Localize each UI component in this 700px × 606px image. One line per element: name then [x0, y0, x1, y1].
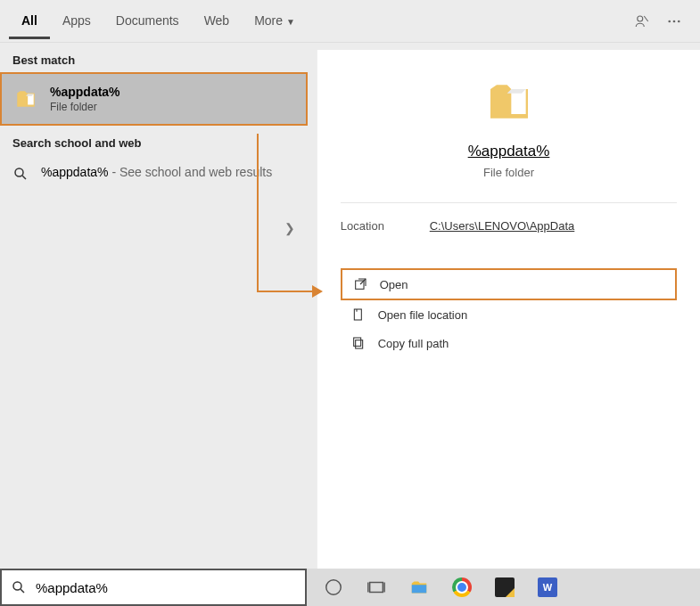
- folder-icon: [14, 87, 37, 111]
- svg-point-12: [326, 580, 342, 595]
- content-area: Best match %appdata% File folder Search …: [0, 43, 700, 569]
- svg-line-5: [22, 176, 26, 179]
- svg-line-11: [21, 589, 24, 593]
- web-search-result[interactable]: %appdata% - See school and web results: [0, 155, 308, 191]
- search-web-heading: Search school and web: [0, 126, 308, 155]
- location-path-link[interactable]: C:\Users\LENOVO\AppData: [430, 219, 575, 233]
- svg-rect-13: [370, 583, 383, 593]
- svg-point-1: [668, 20, 671, 22]
- chevron-down-icon: ▼: [286, 17, 295, 27]
- best-match-result[interactable]: %appdata% File folder: [0, 72, 308, 126]
- divider: [341, 202, 678, 203]
- best-match-subtitle: File folder: [50, 101, 120, 113]
- task-view-button[interactable]: [357, 569, 396, 605]
- open-icon: [353, 277, 367, 291]
- annotation-line: [257, 291, 314, 292]
- open-location-icon: [351, 307, 366, 322]
- expand-chevron-icon[interactable]: ❯: [284, 221, 295, 235]
- feedback-icon[interactable]: [634, 13, 650, 29]
- tab-more[interactable]: More▼: [242, 3, 308, 39]
- svg-point-0: [638, 16, 643, 21]
- wps-office-button[interactable]: W: [528, 569, 567, 605]
- folder-preview-icon: [484, 77, 534, 127]
- cortana-button[interactable]: [314, 569, 353, 605]
- copy-icon: [351, 336, 366, 350]
- action-open[interactable]: Open: [341, 268, 678, 300]
- svg-point-4: [15, 168, 23, 176]
- search-icon: [11, 579, 27, 595]
- svg-rect-9: [353, 338, 360, 346]
- sticky-notes-button[interactable]: [485, 569, 524, 605]
- svg-point-10: [13, 582, 21, 590]
- taskbar: W: [307, 569, 700, 606]
- location-label: Location: [341, 219, 430, 233]
- file-explorer-button[interactable]: [399, 569, 439, 605]
- web-result-suffix: - See school and web results: [109, 165, 273, 179]
- annotation-arrow-icon: [312, 285, 323, 298]
- best-match-heading: Best match: [0, 43, 308, 72]
- svg-point-2: [673, 20, 676, 22]
- results-pane: Best match %appdata% File folder Search …: [0, 43, 308, 569]
- preview-title[interactable]: %appdata%: [468, 143, 550, 160]
- chrome-button[interactable]: [442, 569, 482, 605]
- search-input-box[interactable]: [0, 569, 307, 606]
- best-match-title: %appdata%: [50, 85, 120, 99]
- preview-pane: %appdata% File folder Location C:\Users\…: [317, 50, 700, 569]
- search-icon: [12, 166, 29, 182]
- tab-apps[interactable]: Apps: [50, 3, 103, 39]
- tab-bar: All Apps Documents Web More▼: [0, 0, 700, 43]
- search-input[interactable]: [36, 580, 296, 595]
- annotation-line: [257, 134, 259, 291]
- windows-search-panel: All Apps Documents Web More▼ Best match …: [0, 0, 700, 569]
- tab-web[interactable]: Web: [192, 3, 243, 39]
- svg-rect-7: [354, 309, 361, 320]
- more-options-icon[interactable]: [666, 13, 682, 29]
- web-result-query: %appdata%: [41, 165, 109, 179]
- tab-all[interactable]: All: [9, 3, 50, 39]
- svg-point-3: [678, 20, 680, 22]
- tab-documents[interactable]: Documents: [103, 3, 192, 39]
- preview-subtitle: File folder: [483, 166, 534, 179]
- action-copy-path[interactable]: Copy full path: [341, 329, 678, 357]
- svg-rect-8: [355, 340, 362, 348]
- action-open-location[interactable]: Open file location: [341, 300, 678, 329]
